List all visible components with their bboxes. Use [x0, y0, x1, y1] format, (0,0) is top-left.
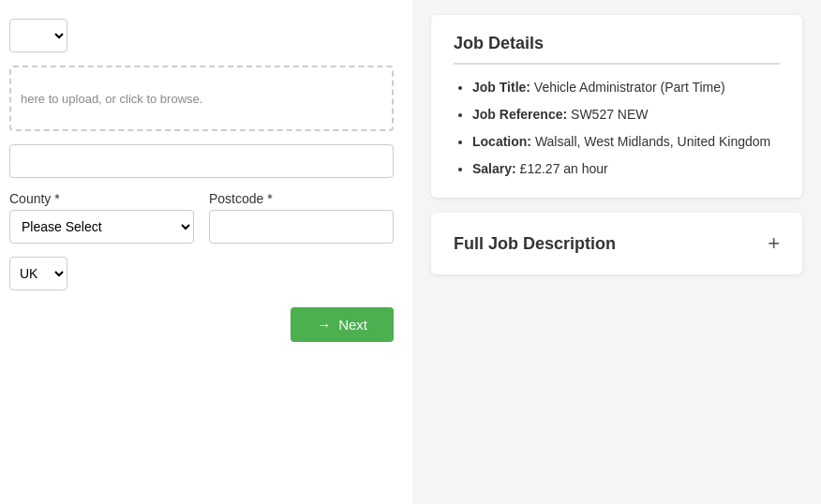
location-label: Location: [472, 134, 531, 149]
job-reference-value: SW527 NEW [571, 107, 648, 122]
county-postcode-row: County * Please Select West Midlands Gre… [9, 191, 394, 244]
county-label: County * [9, 191, 194, 206]
title-select-row: Mr Mrs Ms Dr [9, 19, 394, 52]
job-title-item: Job Title: Vehicle Administrator (Part T… [472, 78, 780, 97]
job-details-list: Job Title: Vehicle Administrator (Part T… [454, 78, 780, 179]
county-select[interactable]: Please Select West Midlands Greater Lond… [9, 210, 194, 244]
county-group: County * Please Select West Midlands Gre… [9, 191, 194, 244]
location-item: Location: Walsall, West Midlands, United… [472, 132, 780, 152]
right-panel: Job Details Job Title: Vehicle Administr… [412, 0, 821, 504]
next-label: Next [338, 317, 367, 333]
job-title-label: Job Title: [472, 80, 530, 95]
postcode-group: Postcode * [209, 191, 394, 244]
next-button-row: → Next [9, 307, 394, 342]
location-value: Walsall, West Midlands, United Kingdom [535, 134, 770, 149]
arrow-right-icon: → [317, 317, 331, 333]
salary-value: £12.27 an hour [520, 161, 608, 176]
left-panel: Mr Mrs Ms Dr here to upload, or click to… [0, 0, 412, 504]
title-select[interactable]: Mr Mrs Ms Dr [9, 19, 67, 52]
country-select[interactable]: UK US EU [9, 257, 67, 290]
country-row: UK US EU [9, 257, 394, 290]
job-title-value: Vehicle Administrator (Part Time) [534, 80, 725, 95]
upload-hint-text: here to upload, or click to browse. [21, 92, 202, 106]
postcode-label: Postcode * [209, 191, 394, 206]
job-reference-item: Job Reference: SW527 NEW [472, 105, 780, 125]
job-details-card: Job Details Job Title: Vehicle Administr… [431, 15, 802, 198]
address-row [9, 144, 394, 178]
job-details-title: Job Details [454, 34, 780, 65]
salary-label: Salary: [472, 161, 516, 176]
job-reference-label: Job Reference: [472, 107, 567, 122]
full-desc-title: Full Job Description [454, 234, 616, 254]
address-input[interactable] [9, 144, 394, 178]
expand-icon: + [768, 231, 780, 256]
salary-item: Salary: £12.27 an hour [472, 159, 780, 179]
full-job-description-card[interactable]: Full Job Description + [431, 213, 802, 274]
next-button[interactable]: → Next [291, 307, 394, 342]
postcode-input[interactable] [209, 210, 394, 244]
file-upload-area[interactable]: here to upload, or click to browse. [9, 66, 394, 131]
